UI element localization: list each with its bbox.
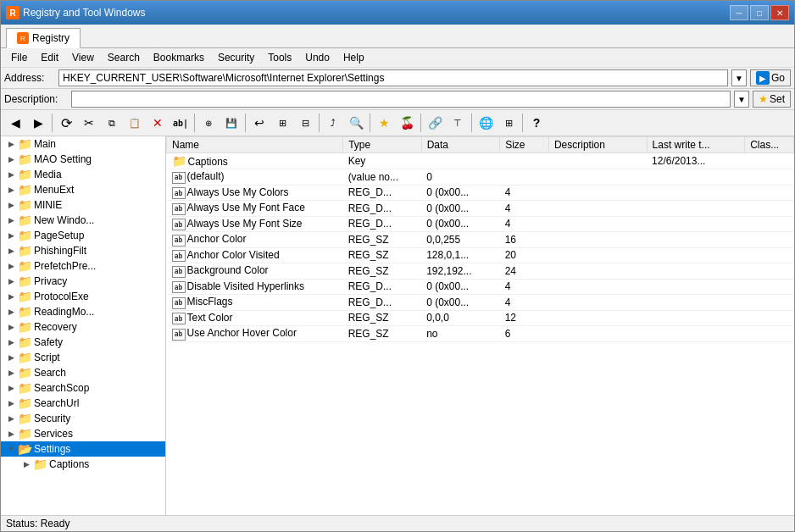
- sidebar-item-menuext[interactable]: ▶ 📁 MenuExt: [1, 182, 165, 197]
- back-button[interactable]: ◀: [4, 112, 26, 134]
- menu-security[interactable]: Security: [211, 50, 261, 65]
- cell-name: abAlways Use My Colors: [167, 185, 343, 201]
- table-row[interactable]: abText ColorREG_SZ0,0,012: [167, 310, 794, 326]
- col-class[interactable]: Clas...: [745, 137, 794, 153]
- cell-lastwrite: [647, 216, 745, 232]
- cut-button[interactable]: ✂: [78, 112, 100, 134]
- rename-button[interactable]: ab|: [170, 112, 192, 134]
- sidebar-item-recovery[interactable]: ▶ 📁 Recovery: [1, 319, 165, 335]
- jump-button[interactable]: ⤴: [322, 112, 344, 134]
- cell-size: 4: [500, 279, 549, 295]
- menu-bookmarks[interactable]: Bookmarks: [147, 50, 211, 65]
- network-button[interactable]: 🌐: [475, 112, 497, 134]
- table-row[interactable]: abAlways Use My ColorsREG_D...0 (0x00...…: [167, 185, 794, 201]
- expand-menuext-icon: ▶: [4, 183, 18, 197]
- sidebar-item-services[interactable]: ▶ 📁 Services: [1, 426, 165, 441]
- bookmark-button[interactable]: ★: [373, 112, 395, 134]
- description-dropdown-button[interactable]: ▼: [734, 91, 749, 108]
- sidebar-reading-label: ReadingMo...: [34, 306, 94, 318]
- registry-tab[interactable]: R Registry: [6, 28, 81, 48]
- col-type[interactable]: Type: [343, 137, 422, 153]
- table-row[interactable]: abAlways Use My Font FaceREG_D...0 (0x00…: [167, 201, 794, 217]
- tab-bar: R Registry: [1, 25, 794, 48]
- table-row[interactable]: 📁CaptionsKey12/6/2013...: [167, 153, 794, 169]
- cell-description: [548, 326, 647, 342]
- table-row[interactable]: abAnchor ColorREG_SZ0,0,25516: [167, 232, 794, 248]
- export-button[interactable]: ⊞: [271, 112, 293, 134]
- menu-file[interactable]: File: [4, 50, 34, 65]
- cell-type: REG_D...: [343, 201, 422, 217]
- folder-services-icon: 📁: [18, 427, 32, 441]
- maximize-button[interactable]: □: [750, 5, 769, 20]
- cell-description: [548, 295, 647, 311]
- sidebar-item-security[interactable]: ▶ 📁 Security: [1, 411, 165, 426]
- sidebar-item-phishing[interactable]: ▶ 📁 PhishingFilt: [1, 243, 165, 258]
- sidebar-item-pagesetup[interactable]: ▶ 📁 PageSetup: [1, 228, 165, 243]
- sidebar-item-newwindow[interactable]: ▶ 📁 New Windo...: [1, 213, 165, 228]
- address-input[interactable]: [58, 69, 728, 86]
- sidebar-item-settings[interactable]: ▼ 📂 Settings: [1, 441, 165, 457]
- import-button[interactable]: ⊟: [294, 112, 316, 134]
- help-button[interactable]: ?: [525, 112, 548, 134]
- sidebar-item-reading[interactable]: ▶ 📁 ReadingMo...: [1, 304, 165, 319]
- col-size[interactable]: Size: [500, 137, 549, 153]
- table-row[interactable]: abBackground ColorREG_SZ192,192...24: [167, 263, 794, 280]
- col-lastwrite[interactable]: Last write t...: [647, 137, 745, 153]
- table-row[interactable]: abDisable Visited HyperlinksREG_D...0 (0…: [167, 279, 794, 295]
- cherry-button[interactable]: 🍒: [396, 112, 418, 134]
- description-input[interactable]: [71, 91, 731, 108]
- sidebar-item-minie[interactable]: ▶ 📁 MINIE: [1, 197, 165, 213]
- folder-menuext-icon: 📁: [18, 183, 32, 197]
- menu-edit[interactable]: Edit: [34, 50, 65, 65]
- col-data[interactable]: Data: [421, 137, 500, 153]
- sidebar[interactable]: ▶ 📁 Main ▶ 📁 MAO Setting ▶ 📁 Media ▶ 📁 M…: [1, 136, 166, 515]
- sidebar-item-script[interactable]: ▶ 📁 Script: [1, 350, 165, 365]
- sidebar-item-prefetch[interactable]: ▶ 📁 PrefetchPre...: [1, 258, 165, 274]
- sidebar-search-label: Search: [34, 367, 66, 379]
- sidebar-searchscop-label: SearchScop: [34, 382, 89, 394]
- col-name[interactable]: Name: [167, 137, 343, 153]
- menu-undo[interactable]: Undo: [298, 50, 336, 65]
- save-button[interactable]: 💾: [220, 112, 242, 134]
- go-button[interactable]: ▶ Go: [750, 69, 791, 86]
- new-key-button[interactable]: ⊕: [197, 112, 220, 134]
- undo-button[interactable]: ↩: [248, 112, 270, 134]
- sidebar-item-media[interactable]: ▶ 📁 Media: [1, 167, 165, 182]
- menu-tools[interactable]: Tools: [261, 50, 298, 65]
- sidebar-item-captions[interactable]: ▶ 📁 Captions: [1, 457, 165, 472]
- set-button[interactable]: ★ Set: [753, 91, 791, 108]
- table-row[interactable]: abMiscFlagsREG_D...0 (0x00...4: [167, 295, 794, 311]
- connect-button[interactable]: 🔗: [424, 112, 446, 134]
- filter-button[interactable]: ⊤: [447, 112, 469, 134]
- sidebar-recovery-label: Recovery: [34, 321, 77, 333]
- sidebar-item-searchurl[interactable]: ▶ 📁 SearchUrl: [1, 396, 165, 411]
- sidebar-item-main[interactable]: ▶ 📁 Main: [1, 136, 165, 152]
- table-row[interactable]: abAnchor Color VisitedREG_SZ128,0,1...20: [167, 247, 794, 263]
- paste-button[interactable]: 📋: [124, 112, 146, 134]
- forward-button[interactable]: ▶: [27, 112, 49, 134]
- sidebar-item-search[interactable]: ▶ 📁 Search: [1, 365, 165, 380]
- menu-search[interactable]: Search: [101, 50, 147, 65]
- col-description[interactable]: Description: [548, 137, 647, 153]
- sidebar-item-searchscop[interactable]: ▶ 📁 SearchScop: [1, 380, 165, 396]
- close-button[interactable]: ✕: [770, 5, 789, 20]
- sidebar-item-safety[interactable]: ▶ 📁 Safety: [1, 335, 165, 350]
- menu-help[interactable]: Help: [336, 50, 371, 65]
- sidebar-item-privacy[interactable]: ▶ 📁 Privacy: [1, 274, 165, 289]
- table-row[interactable]: abAlways Use My Font SizeREG_D...0 (0x00…: [167, 216, 794, 232]
- cell-description: [548, 153, 647, 169]
- menu-view[interactable]: View: [65, 50, 101, 65]
- sidebar-item-protocol[interactable]: ▶ 📁 ProtocolExe: [1, 289, 165, 304]
- delete-button[interactable]: ✕: [147, 112, 169, 134]
- sidebar-item-mao[interactable]: ▶ 📁 MAO Setting: [1, 152, 165, 167]
- copy-button[interactable]: ⧉: [101, 112, 123, 134]
- table-row[interactable]: ab(default)(value no...0: [167, 169, 794, 186]
- cell-size: 20: [500, 247, 549, 263]
- table-row[interactable]: abUse Anchor Hover ColorREG_SZno6: [167, 326, 794, 342]
- refresh-button[interactable]: ⟳: [55, 112, 77, 134]
- windows-button[interactable]: ⊞: [498, 112, 520, 134]
- sidebar-services-label: Services: [34, 428, 73, 440]
- search-button[interactable]: 🔍: [345, 112, 367, 134]
- minimize-button[interactable]: ─: [730, 5, 748, 20]
- address-dropdown-button[interactable]: ▼: [731, 69, 747, 86]
